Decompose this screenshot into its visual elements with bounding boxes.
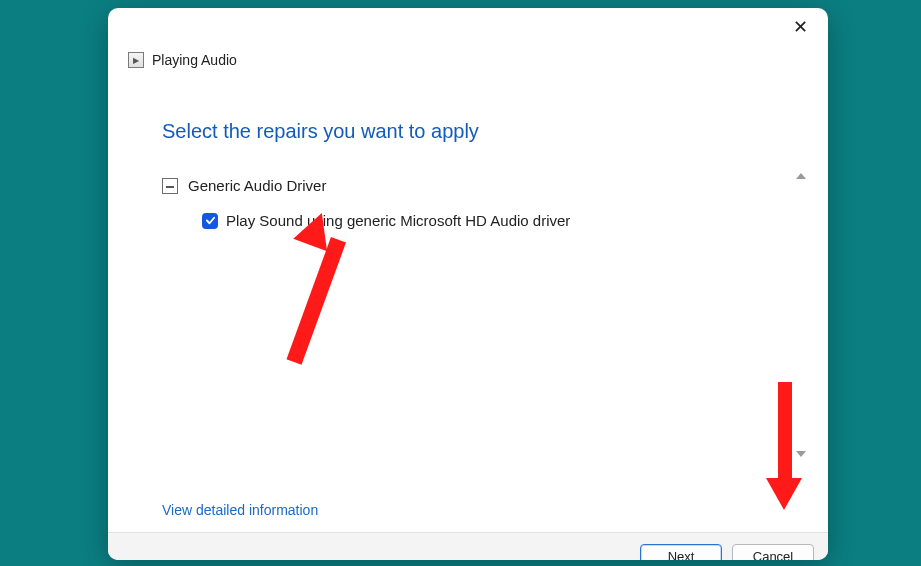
close-icon: ✕ <box>793 18 808 36</box>
driver-section-label: Generic Audio Driver <box>188 177 326 194</box>
next-button[interactable]: Next <box>640 544 722 561</box>
scroll-down-icon <box>796 451 806 457</box>
scroll-up-icon <box>796 173 806 179</box>
view-detailed-information-link[interactable]: View detailed information <box>162 502 318 518</box>
repair-option-row[interactable]: Play Sound using generic Microsoft HD Au… <box>202 212 770 229</box>
playing-audio-icon <box>128 52 144 68</box>
page-heading: Select the repairs you want to apply <box>162 120 780 143</box>
scrollbar[interactable] <box>792 173 810 457</box>
driver-section-header[interactable]: Generic Audio Driver <box>162 177 770 194</box>
cancel-button[interactable]: Cancel <box>732 544 814 561</box>
close-button[interactable]: ✕ <box>786 13 814 41</box>
repair-option-label: Play Sound using generic Microsoft HD Au… <box>226 212 570 229</box>
titlebar: ✕ <box>108 8 828 46</box>
dialog-header: Playing Audio <box>108 46 828 76</box>
repairs-list: Generic Audio Driver Play Sound using ge… <box>162 177 780 467</box>
repair-option-checkbox[interactable] <box>202 213 218 229</box>
collapse-icon <box>162 178 178 194</box>
checkmark-icon <box>205 215 216 226</box>
dialog-content: Select the repairs you want to apply Gen… <box>108 76 828 532</box>
troubleshooter-dialog: ✕ Playing Audio Select the repairs you w… <box>108 8 828 560</box>
dialog-title: Playing Audio <box>152 52 237 68</box>
dialog-footer: Next Cancel <box>108 532 828 560</box>
